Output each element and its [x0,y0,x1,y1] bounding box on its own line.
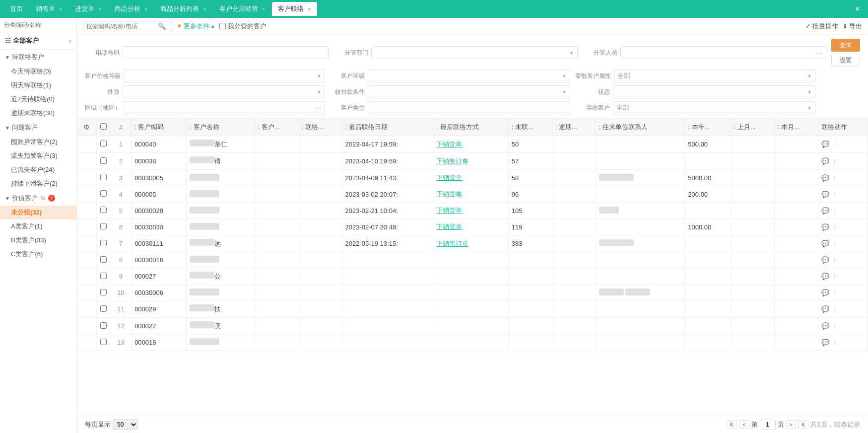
grid-action-icon[interactable]: ⁝ [833,240,835,247]
grid-action-icon[interactable]: ⁝ [833,305,835,313]
page-last-btn[interactable]: K [798,420,808,429]
collapse-icon[interactable]: « [68,38,71,44]
sidebar-item-week-pending[interactable]: 近7天待联络(0) [0,92,76,106]
search-icon[interactable]: 🔍 [158,22,166,30]
tab-sales[interactable]: 销售单 × [30,2,68,16]
my-customers-checkbox[interactable] [219,23,226,29]
score-refresh-icon[interactable]: ↻ [41,195,45,202]
close-contact-tab[interactable]: × [308,6,311,12]
input-phone[interactable] [123,46,329,59]
sidebar-group-pending[interactable]: ▼ 待联络客户 [0,50,76,65]
reset-btn[interactable]: 设置 [831,54,860,67]
more-conditions-btn[interactable]: ▼ 更多条件 ▲ [176,22,215,31]
grid-action-icon[interactable]: ⁝ [833,273,835,280]
contact-method-link[interactable]: 下销售订单 [436,240,468,247]
sidebar-group-problem[interactable]: ▼ 问题客户 [0,120,76,135]
grid-action-icon[interactable]: ⁝ [833,207,835,215]
sidebar-item-a-class[interactable]: A类客户(1) [0,219,76,233]
chat-icon[interactable]: 💬 [821,240,829,247]
sidebar-all-customers[interactable]: ☷ 全部客户 « [0,32,76,50]
search-input[interactable] [86,23,156,30]
contact-method-link[interactable]: 下销货单 [436,141,462,148]
select-all-checkbox[interactable] [100,123,107,130]
chat-icon[interactable]: 💬 [821,305,829,313]
chat-icon[interactable]: 💬 [821,256,829,264]
select-price-level[interactable]: ▼ [124,70,325,82]
sidebar-group-score[interactable]: ▼ 价值客户 ↻ ! [0,191,76,206]
contact-method-link[interactable]: 下销货单 [436,174,462,181]
chat-icon[interactable]: 💬 [821,322,829,330]
input-cust-type[interactable] [368,101,570,114]
chat-icon[interactable]: 💬 [821,191,829,198]
row-checkbox[interactable] [100,322,107,329]
close-segment-tab[interactable]: × [262,6,265,12]
contact-method-link[interactable]: 下销货单 [436,190,462,198]
row-checkbox[interactable] [100,256,107,263]
row-checkbox[interactable] [100,157,107,164]
select-region[interactable]: ··· [124,101,325,114]
tab-goods-analysis-list[interactable]: 商品分析列表 × [154,2,212,16]
gear-btn[interactable]: ⚙ [83,123,90,131]
contact-method-link[interactable]: 下销货单 [436,207,462,214]
select-retail[interactable]: 全部 ▼ [613,101,815,114]
grid-action-icon[interactable]: ⁝ [833,322,835,330]
close-goods-list-tab[interactable]: × [203,6,206,12]
contact-method-link[interactable]: 下销货单 [436,223,462,230]
sidebar-item-today-pending[interactable]: 今天待联络(0) [0,65,76,78]
close-sales-tab[interactable]: × [59,6,62,12]
batch-op-btn[interactable]: ✓ 批量操作 [805,22,838,31]
select-retail-attr[interactable]: 全部 ▼ [614,70,815,82]
export-btn[interactable]: ⇓ 导出 [842,22,862,31]
tab-home[interactable]: 首页 [4,2,29,16]
sidebar-item-ungrouped[interactable]: 未分组(32) [0,206,76,219]
page-prev-btn[interactable]: < [739,420,749,429]
tab-customer-segment[interactable]: 客户分层经营 × [213,2,271,16]
row-checkbox[interactable] [100,207,107,213]
grid-action-icon[interactable]: ⁝ [833,339,835,346]
select-dept[interactable]: ▼ [371,46,577,59]
close-purchase-tab[interactable]: × [98,6,101,12]
chat-icon[interactable]: 💬 [821,157,829,165]
grid-action-icon[interactable]: ⁝ [833,191,835,198]
tab-purchase[interactable]: 进货单 × [69,2,107,16]
select-status[interactable]: ▼ [613,85,815,98]
contact-method-link[interactable]: 下销售订单 [436,157,468,165]
row-checkbox[interactable] [100,273,107,279]
sidebar-item-b-class[interactable]: B类客户(33) [0,233,76,247]
grid-action-icon[interactable]: ⁝ [833,256,835,264]
row-checkbox[interactable] [100,339,107,345]
grid-action-icon[interactable]: ⁝ [833,223,835,231]
row-checkbox[interactable] [100,190,107,197]
sidebar-item-churned[interactable]: 已流失客户(24) [0,163,76,177]
sidebar-item-c-class[interactable]: C类客户(6) [0,247,76,261]
row-checkbox[interactable] [100,223,107,229]
grid-action-icon[interactable]: ⁝ [833,141,835,148]
chat-icon[interactable]: 💬 [821,273,829,280]
sidebar-search-input[interactable] [4,21,77,28]
chat-icon[interactable]: 💬 [821,141,829,148]
sidebar-item-churn-warning[interactable]: 流失预警客户(3) [0,149,76,163]
per-page-select[interactable]: 50 20 100 [113,419,138,430]
select-nature[interactable]: ▼ [123,85,325,98]
select-payment[interactable]: ▼ [368,85,570,98]
grid-action-icon[interactable]: ⁝ [833,174,835,182]
tab-customer-contact[interactable]: 客户联络 × [272,2,317,16]
chat-icon[interactable]: 💬 [821,223,829,231]
row-checkbox[interactable] [100,174,107,180]
row-checkbox[interactable] [100,289,107,295]
sidebar-item-tomorrow-pending[interactable]: 明天待联络(1) [0,78,76,92]
sidebar-item-overdue-pending[interactable]: 逾期未联络(30) [0,106,76,120]
chat-icon[interactable]: 💬 [821,174,829,182]
select-manager[interactable]: ··· [620,46,826,59]
chat-icon[interactable]: 💬 [821,207,829,215]
grid-action-icon[interactable]: ⁝ [833,289,835,296]
page-first-btn[interactable]: K [727,420,737,429]
sidebar-item-hoarding[interactable]: 囤购异常客户(2) [0,135,76,149]
page-next-btn[interactable]: > [786,420,796,429]
page-num-input[interactable] [760,420,776,430]
sidebar-item-declining[interactable]: 持续下滑客户(2) [0,177,76,191]
row-checkbox[interactable] [100,240,107,246]
chat-icon[interactable]: 💬 [821,289,829,296]
select-cust-level[interactable]: ▼ [368,70,570,82]
close-goods-tab[interactable]: × [144,6,147,12]
